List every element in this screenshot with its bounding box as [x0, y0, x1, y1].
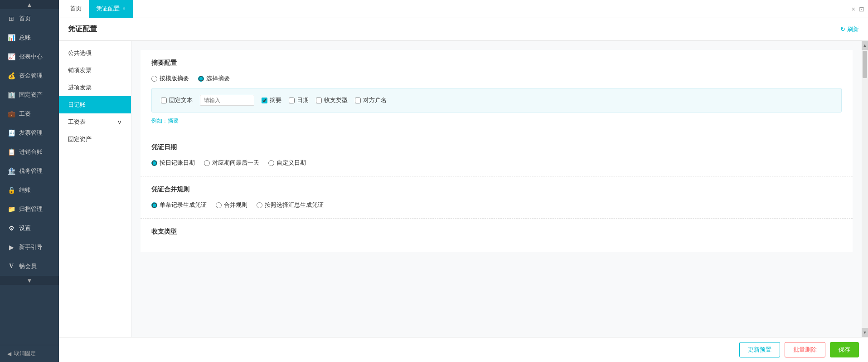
fixed-assets-icon: 🏢	[7, 91, 15, 99]
guide-icon: ▶	[7, 243, 15, 251]
refresh-button[interactable]: ↻ 刷新	[840, 25, 859, 34]
summary-checkbox[interactable]	[262, 98, 267, 103]
sidebar-item-ledger[interactable]: 📊 总账	[0, 28, 59, 47]
merge-rules-section: 凭证合并规则 单条记录生成凭证 合并规则 按照选择汇总生成凭证	[141, 176, 853, 219]
fixed-text-input[interactable]	[200, 95, 254, 106]
radio-template-input[interactable]	[151, 76, 157, 82]
main-area: 首页 凭证配置 × × ⊡ 凭证配置 ↻ 刷新 公共选项 销项发票 进	[59, 0, 868, 362]
nav-item-public[interactable]: 公共选项	[59, 44, 131, 62]
summary-options-box: 固定文本 摘要 日期 收支类型	[151, 88, 842, 113]
radio-last-day[interactable]: 对应期间最后一天	[204, 159, 259, 167]
sidebar-item-tax[interactable]: 🏦 税务管理	[0, 161, 59, 181]
scroll-down-button[interactable]: ▼	[862, 328, 868, 337]
date-checkbox[interactable]	[289, 98, 295, 103]
radio-merge-rule[interactable]: 合并规则	[216, 201, 247, 209]
sidebar-scroll-down[interactable]: ▼	[0, 276, 59, 285]
sidebar-scroll-up[interactable]: ▲	[0, 0, 59, 9]
archive-icon: 📁	[7, 205, 15, 213]
ledger-icon: 📊	[7, 34, 15, 42]
checkbox-counterparty[interactable]: 对方户名	[355, 96, 387, 104]
radio-template-summary[interactable]: 按模版摘要	[151, 74, 189, 83]
vip-icon: V	[7, 262, 15, 270]
left-nav: 公共选项 销项发票 进项发票 日记账 工资表 ∨ 固定资产	[59, 41, 131, 337]
save-button[interactable]: 保存	[830, 342, 859, 357]
window-close-button[interactable]: ×	[852, 5, 855, 13]
scroll-up-button[interactable]: ▲	[862, 41, 868, 50]
radio-custom-date-input[interactable]	[268, 160, 274, 166]
voucher-date-section: 凭证日期 按日记账日期 对应期间最后一天 自定义日期	[141, 134, 853, 176]
income-type-section: 收支类型	[141, 219, 853, 252]
update-preview-button[interactable]: 更新预置	[739, 342, 780, 357]
sidebar-item-fixed-assets[interactable]: 🏢 固定资产	[0, 85, 59, 104]
radio-single-record[interactable]: 单条记录生成凭证	[151, 201, 207, 209]
invoice-icon: 🧾	[7, 129, 15, 137]
summary-title: 摘要配置	[151, 59, 842, 67]
page-title: 凭证配置	[68, 24, 97, 34]
voucher-date-radio-group: 按日记账日期 对应期间最后一天 自定义日期	[151, 159, 842, 167]
checkbox-summary[interactable]: 摘要	[262, 96, 281, 104]
tab-close-button[interactable]: ×	[122, 5, 126, 12]
nav-item-journal[interactable]: 日记账	[59, 96, 131, 113]
radio-single-input[interactable]	[151, 202, 157, 208]
sidebar-item-salary[interactable]: 💼 工资	[0, 104, 59, 123]
sidebar-item-guide[interactable]: ▶ 新手引导	[0, 238, 59, 257]
nav-item-sales-invoice[interactable]: 销项发票	[59, 62, 131, 79]
page-header: 凭证配置 ↻ 刷新	[59, 18, 868, 41]
content-area: 公共选项 销项发票 进项发票 日记账 工资表 ∨ 固定资产 摘要配置	[59, 41, 868, 337]
sidebar-item-invoice[interactable]: 🧾 发票管理	[0, 123, 59, 142]
sidebar-item-vip[interactable]: V 畅会员	[0, 257, 59, 276]
batch-delete-button[interactable]: 批量删除	[785, 342, 825, 357]
right-scrollbar[interactable]: ▲ ▼	[862, 41, 868, 337]
tab-bar: 首页 凭证配置 × × ⊡	[59, 0, 868, 18]
sidebar-item-report[interactable]: 📈 报表中心	[0, 47, 59, 66]
checkbox-fixed-text[interactable]: 固定文本	[161, 96, 193, 104]
settings-icon: ⚙	[7, 224, 15, 232]
funds-icon: 💰	[7, 72, 15, 80]
counterparty-checkbox[interactable]	[355, 98, 361, 103]
sidebar-item-home[interactable]: ⊞ 首页	[0, 9, 59, 28]
radio-journal-date-input[interactable]	[151, 160, 157, 166]
sidebar-item-funds[interactable]: 💰 资金管理	[0, 66, 59, 85]
close-account-icon: 🔒	[7, 186, 15, 194]
nav-item-purchase-invoice[interactable]: 进项发票	[59, 79, 131, 96]
sidebar-item-purchase-sales[interactable]: 📋 进销台账	[0, 142, 59, 161]
tab-home[interactable]: 首页	[63, 0, 89, 18]
summary-section: 摘要配置 按模版摘要 选择摘要 固定文本	[141, 50, 853, 134]
tab-voucher-config[interactable]: 凭证配置 ×	[89, 0, 133, 18]
checkbox-income-type[interactable]: 收支类型	[316, 96, 348, 104]
refresh-icon: ↻	[840, 26, 845, 33]
checkbox-date[interactable]: 日期	[289, 96, 309, 104]
scroll-thumb[interactable]	[863, 51, 867, 78]
cancel-pin-button[interactable]: ◀ 取消固定	[0, 345, 59, 362]
bottom-bar: 更新预置 批量删除 保存	[59, 337, 868, 362]
report-icon: 📈	[7, 53, 15, 61]
voucher-date-title: 凭证日期	[151, 143, 842, 152]
salary-icon: 💼	[7, 110, 15, 118]
nav-item-fixed-assets-left[interactable]: 固定资产	[59, 131, 131, 148]
radio-last-day-input[interactable]	[204, 160, 210, 166]
income-type-title: 收支类型	[151, 228, 842, 236]
merge-rules-radio-group: 单条记录生成凭证 合并规则 按照选择汇总生成凭证	[151, 201, 842, 209]
sidebar-item-close-account[interactable]: 🔒 结账	[0, 181, 59, 200]
merge-rules-title: 凭证合并规则	[151, 186, 842, 194]
radio-select-summary[interactable]: 选择摘要	[198, 74, 230, 83]
window-resize-button[interactable]: ⊡	[859, 5, 864, 13]
summary-radio-group: 按模版摘要 选择摘要	[151, 74, 842, 83]
radio-journal-date[interactable]: 按日记账日期	[151, 159, 195, 167]
sidebar: ▲ ⊞ 首页 📊 总账 📈 报表中心 💰 资金管理 🏢 固定资产 💼 工资 🧾 …	[0, 0, 59, 362]
radio-merge-input[interactable]	[216, 202, 222, 208]
nav-item-payroll[interactable]: 工资表 ∨	[59, 113, 131, 131]
tab-bar-actions: × ⊡	[852, 5, 864, 13]
radio-select-input[interactable]	[198, 76, 204, 82]
tax-icon: 🏦	[7, 167, 15, 175]
sidebar-item-settings[interactable]: ⚙ 设置	[0, 219, 59, 238]
purchase-sales-icon: 📋	[7, 148, 15, 156]
radio-select-merge-input[interactable]	[257, 202, 262, 208]
radio-custom-date[interactable]: 自定义日期	[268, 159, 306, 167]
home-icon: ⊞	[7, 15, 15, 23]
radio-select-merge[interactable]: 按照选择汇总生成凭证	[257, 201, 324, 209]
fixed-text-checkbox[interactable]	[161, 98, 167, 103]
sidebar-item-archive[interactable]: 📁 归档管理	[0, 200, 59, 219]
income-type-checkbox[interactable]	[316, 98, 322, 103]
right-content: 摘要配置 按模版摘要 选择摘要 固定文本	[131, 41, 862, 337]
